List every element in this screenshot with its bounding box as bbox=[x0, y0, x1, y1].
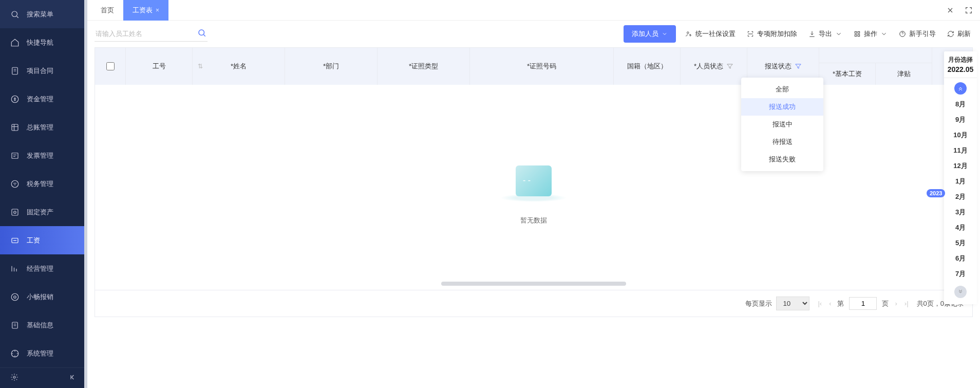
fullscreen-button[interactable] bbox=[962, 3, 976, 17]
th-dept[interactable]: *部门 bbox=[285, 48, 378, 85]
asset-icon bbox=[10, 208, 20, 217]
filter-opt-pending[interactable]: 待报送 bbox=[741, 133, 823, 151]
month-option[interactable]: 4月 bbox=[944, 220, 977, 235]
sidebar-label: 系统管理 bbox=[27, 349, 53, 358]
th-basic-salary[interactable]: *基本工资 bbox=[819, 63, 876, 85]
month-option[interactable]: 10月 bbox=[944, 127, 977, 143]
employee-search-input[interactable] bbox=[96, 30, 197, 38]
th-nationality[interactable]: 国籍（地区） bbox=[614, 48, 681, 85]
month-option[interactable]: 1月 bbox=[944, 174, 977, 189]
svg-point-0 bbox=[12, 11, 17, 17]
sidebar-item-basic-info[interactable]: 基础信息 bbox=[0, 311, 87, 339]
button-label: 新手引导 bbox=[909, 29, 936, 39]
operate-button[interactable]: 操作 bbox=[852, 29, 890, 39]
page-prev-button[interactable]: ‹ bbox=[828, 300, 832, 307]
page-first-button[interactable]: |‹ bbox=[817, 300, 823, 307]
doc-icon bbox=[10, 66, 20, 76]
sidebar-item-search-menu[interactable]: 搜索菜单 bbox=[0, 0, 87, 28]
sidebar-item-fund-mgmt[interactable]: 资金管理 bbox=[0, 85, 87, 113]
svg-point-7 bbox=[14, 211, 16, 213]
sidebar-item-fixed-asset[interactable]: 固定资产 bbox=[0, 198, 87, 226]
sidebar-item-salary[interactable]: 工资 bbox=[0, 226, 87, 254]
th-checkbox bbox=[95, 48, 126, 85]
svg-point-14 bbox=[687, 32, 689, 33]
month-option[interactable]: 3月 bbox=[944, 205, 977, 220]
svg-rect-6 bbox=[12, 209, 18, 215]
month-option[interactable]: 12月 bbox=[944, 158, 977, 174]
deduction-button[interactable]: 专项附加扣除 bbox=[745, 29, 799, 39]
page-suffix: 页 bbox=[882, 299, 889, 308]
page-size-select[interactable]: 10 bbox=[776, 297, 809, 310]
sidebar-label: 固定资产 bbox=[27, 208, 53, 217]
sidebar-label: 快捷导航 bbox=[27, 38, 53, 47]
tab-label: 首页 bbox=[101, 6, 114, 15]
th-person-status[interactable]: *人员状态 bbox=[681, 48, 747, 85]
month-option[interactable]: 6月 bbox=[944, 251, 977, 266]
th-label: 报送状态 bbox=[765, 62, 791, 71]
search-icon bbox=[10, 10, 20, 19]
sidebar-item-quick-nav[interactable]: 快捷导航 bbox=[0, 28, 87, 57]
collapse-sidebar-icon[interactable] bbox=[69, 373, 77, 383]
sidebar-item-business-mgmt[interactable]: 经营管理 bbox=[0, 254, 87, 283]
per-page-label: 每页显示 bbox=[745, 299, 772, 308]
select-all-checkbox[interactable] bbox=[106, 62, 115, 70]
month-option[interactable]: 9月 bbox=[944, 112, 977, 127]
tab-home[interactable]: 首页 bbox=[91, 0, 123, 21]
month-option[interactable]: 11月 bbox=[944, 143, 977, 158]
month-scroll-up-button[interactable] bbox=[954, 82, 967, 95]
guide-button[interactable]: 新手引导 bbox=[897, 29, 938, 39]
svg-rect-4 bbox=[12, 153, 18, 158]
sidebar-item-ledger-mgmt[interactable]: 总账管理 bbox=[0, 113, 87, 141]
svg-rect-10 bbox=[12, 322, 18, 328]
sidebar-label: 发票管理 bbox=[27, 151, 53, 160]
month-option[interactable]: 8月 bbox=[944, 97, 977, 112]
chevron-down-icon bbox=[662, 31, 668, 37]
month-option[interactable]: 2月 bbox=[944, 189, 977, 205]
month-option[interactable]: 5月 bbox=[944, 235, 977, 251]
button-label: 添加人员 bbox=[632, 29, 658, 39]
filter-icon bbox=[795, 63, 802, 70]
export-button[interactable]: 导出 bbox=[806, 29, 844, 39]
page-next-button[interactable]: › bbox=[894, 300, 898, 307]
filter-opt-all[interactable]: 全部 bbox=[741, 81, 823, 98]
tab-close-button[interactable] bbox=[943, 3, 957, 17]
filter-opt-submitting[interactable]: 报送中 bbox=[741, 116, 823, 133]
th-cert-no[interactable]: *证照号码 bbox=[470, 48, 614, 85]
page-size-control: 每页显示 10 bbox=[745, 297, 809, 310]
pager: |‹ ‹ 第 页 › ›| bbox=[817, 297, 909, 310]
sidebar-item-project-contract[interactable]: 项目合同 bbox=[0, 57, 87, 85]
tab-salary-sheet[interactable]: 工资表 × bbox=[123, 0, 168, 21]
th-name[interactable]: *姓名 bbox=[193, 48, 285, 85]
page-input[interactable] bbox=[849, 297, 877, 310]
month-scroll-down-button[interactable] bbox=[954, 286, 967, 298]
scan-icon bbox=[747, 30, 754, 38]
svg-rect-16 bbox=[855, 31, 857, 33]
tax-icon bbox=[10, 179, 20, 189]
sidebar-item-tax-mgmt[interactable]: 税务管理 bbox=[0, 170, 87, 198]
salary-table: 工号 *姓名 *部门 *证照类型 *证照号码 国籍（地区） *人员状态 报送状态 bbox=[95, 47, 973, 85]
month-rail-label: 月份选择 bbox=[948, 51, 973, 65]
main-content: 首页 工资表 × 添加人员 统一社保设置 bbox=[87, 0, 980, 388]
search-button[interactable] bbox=[197, 28, 206, 39]
submit-status-filter-dropdown: 全部 报送成功 报送中 待报送 报送失败 bbox=[741, 78, 823, 171]
sidebar-item-system-mgmt[interactable]: 系统管理 bbox=[0, 339, 87, 367]
social-insurance-button[interactable]: 统一社保设置 bbox=[683, 29, 738, 39]
th-cert-type[interactable]: *证照类型 bbox=[378, 48, 470, 85]
button-label: 专项附加扣除 bbox=[757, 29, 797, 39]
month-option[interactable]: 7月 bbox=[944, 266, 977, 282]
sidebar-item-invoice-mgmt[interactable]: 发票管理 bbox=[0, 141, 87, 170]
horizontal-scrollbar[interactable] bbox=[441, 282, 626, 286]
refresh-button[interactable]: 刷新 bbox=[945, 29, 973, 39]
sidebar-item-reimburse[interactable]: 小畅报销 bbox=[0, 283, 87, 311]
page-last-button[interactable]: ›| bbox=[903, 300, 910, 307]
sidebar-label: 资金管理 bbox=[27, 95, 53, 104]
th-allowance[interactable]: 津贴 bbox=[876, 63, 932, 85]
empty-text: 暂无数据 bbox=[520, 216, 547, 225]
add-employee-button[interactable]: 添加人员 bbox=[624, 25, 676, 43]
th-employee-no[interactable]: 工号 bbox=[126, 48, 193, 85]
gear-icon[interactable] bbox=[10, 373, 18, 383]
filter-opt-success[interactable]: 报送成功 bbox=[741, 98, 823, 116]
svg-rect-3 bbox=[12, 124, 18, 131]
close-tab-icon[interactable]: × bbox=[156, 7, 159, 14]
filter-opt-failed[interactable]: 报送失败 bbox=[741, 151, 823, 168]
